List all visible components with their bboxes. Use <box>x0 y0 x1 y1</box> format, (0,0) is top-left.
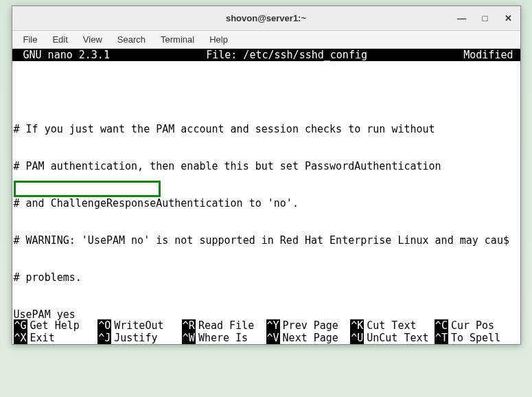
shortcut-prev-page: ^YPrev Page <box>266 319 351 332</box>
menu-search[interactable]: Search <box>111 33 152 46</box>
shortcut-writeout: ^OWriteOut <box>97 319 182 332</box>
shortcut-next-page: ^VNext Page <box>266 332 351 344</box>
shortcut-row: ^GGet Help ^OWriteOut ^RRead File ^YPrev… <box>14 319 519 332</box>
maximize-button[interactable]: □ <box>478 11 493 26</box>
titlebar[interactable]: shovon@server1:~ — □ ✕ <box>12 6 520 31</box>
nano-body[interactable]: # If you just want the PAM account and s… <box>12 61 520 344</box>
editor-line[interactable]: # and ChallengeResponseAuthentication to… <box>14 197 519 209</box>
menu-help[interactable]: Help <box>203 33 235 46</box>
editor-line[interactable]: # PAM authentication, then enable this b… <box>14 160 519 172</box>
shortcut-uncut-text: ^UUnCut Text <box>350 332 435 344</box>
nano-version: GNU nano 2.3.1 <box>16 49 110 61</box>
menu-edit[interactable]: Edit <box>45 33 74 46</box>
window-controls: — □ ✕ <box>454 11 516 26</box>
editor-line[interactable]: # If you just want the PAM account and s… <box>14 123 519 135</box>
menu-view[interactable]: View <box>76 33 109 46</box>
nano-file: File: /etc/ssh/sshd_config <box>110 49 463 61</box>
editor-line[interactable]: # WARNING: 'UsePAM no' is not supported … <box>14 234 519 247</box>
shortcut-get-help: ^GGet Help <box>14 319 98 332</box>
menubar: File Edit View Search Terminal Help <box>12 31 520 49</box>
editor-line[interactable] <box>14 86 519 98</box>
shortcut-exit: ^XExit <box>14 332 98 344</box>
shortcut-read-file: ^RRead File <box>182 319 266 332</box>
nano-status: Modified <box>463 49 516 61</box>
window-title: shovon@server1:~ <box>226 13 306 23</box>
terminal-window: shovon@server1:~ — □ ✕ File Edit View Se… <box>12 5 521 345</box>
shortcut-to-spell: ^TTo Spell <box>435 332 519 344</box>
menu-terminal[interactable]: Terminal <box>154 33 201 46</box>
shortcut-row: ^XExit ^JJustify ^WWhere Is ^VNext Page … <box>14 332 519 344</box>
shortcut-justify: ^JJustify <box>97 332 182 344</box>
shortcut-cur-pos: ^CCur Pos <box>435 319 519 332</box>
minimize-button[interactable]: — <box>454 11 470 26</box>
shortcut-cut-text: ^KCut Text <box>350 319 435 332</box>
menu-file[interactable]: File <box>16 33 45 46</box>
terminal-area[interactable]: GNU nano 2.3.1 File: /etc/ssh/sshd_confi… <box>12 49 520 344</box>
close-button[interactable]: ✕ <box>501 11 516 26</box>
nano-header: GNU nano 2.3.1 File: /etc/ssh/sshd_confi… <box>12 49 520 61</box>
shortcut-where-is: ^WWhere Is <box>182 332 266 344</box>
editor-line[interactable]: # problems. <box>14 271 519 284</box>
nano-footer: ^GGet Help ^OWriteOut ^RRead File ^YPrev… <box>12 319 520 344</box>
